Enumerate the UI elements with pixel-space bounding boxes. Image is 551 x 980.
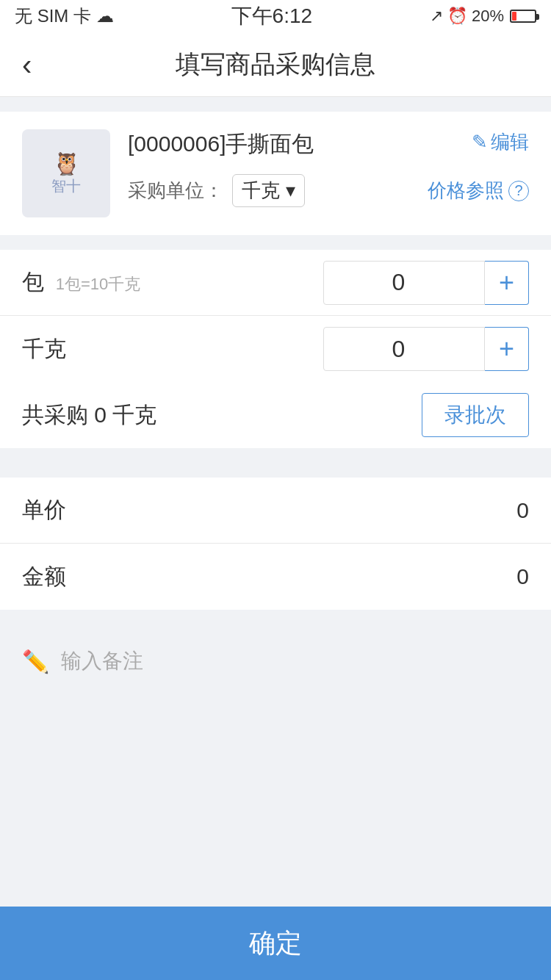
help-icon: ? xyxy=(508,181,529,201)
nav-bar: ‹ 填写商品采购信息 xyxy=(0,32,551,97)
edit-icon: ✎ xyxy=(472,131,488,154)
bag-plus-button[interactable]: + xyxy=(485,261,529,305)
note-section[interactable]: ✏️ 输入备注 xyxy=(0,624,551,698)
chevron-down-icon: ▾ xyxy=(286,179,295,202)
location-icon: ↗ xyxy=(430,7,443,26)
status-time: 下午6:12 xyxy=(231,2,313,30)
unit-label: 采购单位： xyxy=(128,178,223,203)
kg-input-row: 千克 + xyxy=(0,316,551,382)
product-info: [0000006]手撕面包 ✎ 编辑 采购单位： 千克 ▾ 价格参照 ? xyxy=(128,129,529,207)
product-thumb-text: 智十 xyxy=(51,176,81,196)
amount-label: 金额 xyxy=(22,562,66,592)
edit-button[interactable]: ✎ 编辑 xyxy=(472,129,529,155)
battery-percent: 20% xyxy=(472,7,504,26)
amount-row: 金额 0 xyxy=(0,544,551,610)
price-reference-button[interactable]: 价格参照 ? xyxy=(428,178,529,203)
unit-price-value: 0 xyxy=(516,498,529,523)
kg-input-control: + xyxy=(140,327,529,371)
back-button[interactable]: ‹ xyxy=(22,50,32,79)
page-title: 填写商品采购信息 xyxy=(176,48,375,82)
bag-sub-label: 1包=10千克 xyxy=(56,275,141,293)
unit-selector-wrap: 采购单位： 千克 ▾ xyxy=(128,174,305,207)
kg-quantity-input[interactable] xyxy=(323,327,485,371)
kg-label: 千克 xyxy=(22,336,66,361)
unit-row: 采购单位： 千克 ▾ 价格参照 ? xyxy=(128,174,529,207)
confirm-button[interactable]: 确定 xyxy=(0,907,551,980)
product-name: [0000006]手撕面包 xyxy=(128,129,314,159)
status-bar: 无 SIM 卡 ☁ 下午6:12 ↗ ⏰ 20% xyxy=(0,0,551,32)
unit-select-button[interactable]: 千克 ▾ xyxy=(232,174,305,207)
product-thumbnail: 🦉 智十 xyxy=(22,129,110,217)
product-logo-icon: 🦉 xyxy=(53,151,80,176)
unit-price-label: 单价 xyxy=(22,495,66,525)
summary-text: 共采购 0 千克 xyxy=(22,400,156,430)
note-placeholder: 输入备注 xyxy=(61,647,143,675)
bag-label: 包 xyxy=(22,270,44,294)
product-name-row: [0000006]手撕面包 ✎ 编辑 xyxy=(128,129,529,159)
bag-input-row: 包 1包=10千克 + xyxy=(0,250,551,316)
batch-button[interactable]: 录批次 xyxy=(422,393,529,437)
content-spacer xyxy=(0,698,551,918)
price-section: 单价 0 金额 0 xyxy=(0,478,551,610)
product-card: 🦉 智十 [0000006]手撕面包 ✎ 编辑 采购单位： 千克 ▾ 价格参照 xyxy=(0,112,551,235)
input-section: 包 1包=10千克 + 千克 + xyxy=(0,250,551,382)
amount-value: 0 xyxy=(516,564,529,589)
kg-label-wrap: 千克 xyxy=(22,334,140,364)
status-left: 无 SIM 卡 ☁ xyxy=(15,4,114,28)
alarm-icon: ⏰ xyxy=(447,7,467,26)
summary-row: 共采购 0 千克 录批次 xyxy=(0,382,551,448)
section-divider-1 xyxy=(0,235,551,250)
status-right: ↗ ⏰ 20% xyxy=(430,7,536,26)
bag-input-control: + xyxy=(140,261,529,305)
bag-quantity-input[interactable] xyxy=(323,261,485,305)
sim-label: 无 SIM 卡 ☁ xyxy=(15,4,114,28)
kg-plus-button[interactable]: + xyxy=(485,327,529,371)
battery-icon xyxy=(510,10,536,23)
pencil-icon: ✏️ xyxy=(22,649,49,674)
section-divider-2 xyxy=(0,448,551,463)
bag-label-wrap: 包 1包=10千克 xyxy=(22,267,140,298)
unit-price-row: 单价 0 xyxy=(0,478,551,544)
